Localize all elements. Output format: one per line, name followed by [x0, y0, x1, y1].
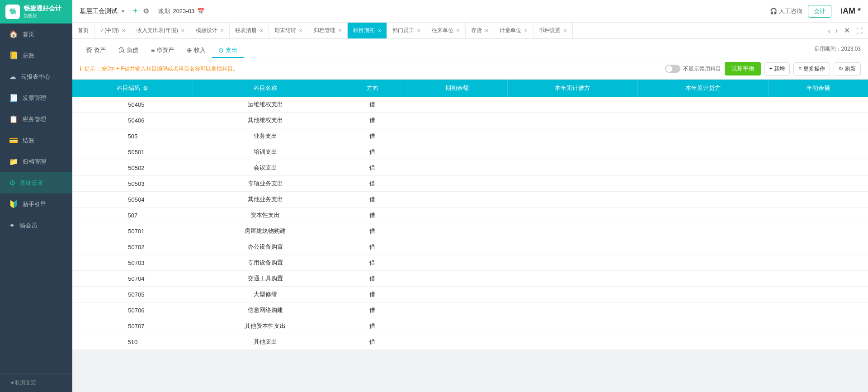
tab-close-subject_init[interactable]: ✕ — [377, 28, 381, 33]
add-button[interactable]: + 新增 — [764, 62, 790, 76]
table-row[interactable]: 50502 会议支出 借 — [72, 160, 868, 176]
tab-clients[interactable]: 往来单位✕ — [426, 23, 466, 39]
sidebar-item-member[interactable]: ✦ 畅会员 — [0, 215, 72, 236]
tab-prev-button[interactable]: ‹ — [826, 26, 832, 35]
calendar-icon[interactable]: 📅 — [197, 8, 204, 14]
sidebar-item-home[interactable]: 🏠 首页 — [0, 24, 72, 45]
sidebar-label-ledger: 总账 — [23, 52, 34, 60]
subtab-net_asset[interactable]: ≡ 净资产 — [145, 43, 180, 58]
sidebar-item-ledger[interactable]: 📒 总账 — [0, 45, 72, 66]
tab-subject_init[interactable]: 科目期初✕ — [348, 23, 387, 39]
tab-close-template[interactable]: ✕ — [220, 28, 224, 33]
cell-year-opening-13 — [769, 302, 868, 318]
tab-taxclear[interactable]: 税表清册✕ — [230, 23, 269, 39]
tab-close-period[interactable]: ✕ — [122, 28, 125, 33]
sidebar-item-report[interactable]: ☁ 云报表中心 — [0, 66, 72, 87]
main-area: 基层工会测试 ▼ + ⚙ 账期 2023-03 📅 🎧 人工咨询 会计 iAM … — [72, 0, 868, 392]
cell-ytd-credit-8 — [638, 223, 769, 239]
sidebar-collapse-btn[interactable]: ◄取消固定 — [0, 373, 72, 392]
tab-dept[interactable]: 部门员工✕ — [387, 23, 426, 39]
tab-currency[interactable]: 币种设置✕ — [533, 23, 573, 39]
account-button[interactable]: 会计 — [808, 5, 831, 18]
cell-opening-1 — [407, 113, 507, 128]
cell-name-0: 运维维权支出 — [193, 97, 338, 113]
cell-ytd-credit-9 — [638, 239, 769, 255]
table-row[interactable]: 50705 大型修缮 借 — [72, 287, 868, 302]
disable-toggle[interactable]: 不显示禁用科目 — [665, 65, 721, 73]
calc-balance-button[interactable]: 试算平衡 — [725, 62, 761, 76]
cell-ytd-credit-15 — [638, 334, 769, 350]
sidebar-item-archive[interactable]: 📁 归档管理 — [0, 151, 72, 172]
tab-income[interactable]: 收入支出表(年报)✕ — [131, 23, 190, 39]
org-settings-icon[interactable]: ⚙ — [143, 7, 149, 15]
table-row[interactable]: 50703 专用设备购置 借 — [72, 255, 868, 271]
col-opening: 期初余额 — [407, 80, 507, 97]
cell-dir-6: 借 — [338, 192, 407, 208]
add-org-button[interactable]: + — [133, 6, 138, 16]
table-row[interactable]: 50501 培训支出 借 — [72, 144, 868, 160]
sidebar-item-guide[interactable]: 🔰 新手引导 — [0, 194, 72, 215]
tab-template[interactable]: 模版设计✕ — [190, 23, 230, 39]
toolbar: ℹ 提示：按Ctrl + F键并输入科目编码或者科目名称可以查找科目。 不显示禁… — [72, 58, 868, 80]
tab-home[interactable]: 首页 — [72, 23, 94, 39]
cell-ytd-credit-13 — [638, 302, 769, 318]
toggle-control[interactable] — [665, 65, 680, 73]
tab-close-dept[interactable]: ✕ — [417, 28, 420, 33]
cell-year-opening-11 — [769, 271, 868, 287]
cell-opening-5 — [407, 176, 507, 192]
tab-close-currency[interactable]: ✕ — [563, 28, 567, 33]
cell-opening-15 — [407, 334, 507, 350]
table-row[interactable]: 510 其他支出 借 — [72, 334, 868, 350]
tab-unit[interactable]: 计量单位✕ — [494, 23, 533, 39]
subtab-liability[interactable]: 负 负债 — [112, 43, 145, 58]
org-selector[interactable]: 基层工会测试 ▼ — [80, 7, 126, 15]
refresh-button[interactable]: ↻ 刷新 — [834, 62, 861, 76]
table-row[interactable]: 50706 信息网络购建 借 — [72, 302, 868, 318]
tab-next-button[interactable]: › — [834, 26, 840, 35]
cell-ytd-debit-11 — [507, 271, 638, 287]
sidebar-item-checkout[interactable]: 💳 结账 — [0, 130, 72, 151]
tab-label-filecenter: 归档管理 — [314, 27, 335, 34]
cell-ytd-debit-4 — [507, 160, 638, 176]
tab-close-taxclear[interactable]: ✕ — [259, 28, 263, 33]
subtab-icon-net_asset: ≡ — [151, 47, 155, 54]
table-row[interactable]: 50504 其他业务支出 借 — [72, 192, 868, 208]
close-all-tabs-button[interactable]: ✕ — [841, 25, 853, 36]
period-value: 2023-03 — [173, 8, 194, 14]
topbar: 基层工会测试 ▼ + ⚙ 账期 2023-03 📅 🎧 人工咨询 会计 iAM … — [72, 0, 868, 23]
tab-close-filecenter[interactable]: ✕ — [338, 28, 342, 33]
table-row[interactable]: 507 资本性支出 借 — [72, 208, 868, 223]
tab-close-income[interactable]: ✕ — [181, 28, 184, 33]
table-row[interactable]: 505 业务支出 借 — [72, 128, 868, 144]
tab-close-unit[interactable]: ✕ — [524, 28, 528, 33]
cell-dir-12: 借 — [338, 287, 407, 302]
table-row[interactable]: 50701 房屋建筑物购建 借 — [72, 223, 868, 239]
subtab-expense[interactable]: ⊙ 支出 — [212, 43, 244, 58]
cell-year-opening-5 — [769, 176, 868, 192]
tab-filecenter[interactable]: 归档管理✕ — [308, 23, 348, 39]
expand-button[interactable]: ⛶ — [854, 26, 864, 35]
table-row[interactable]: 50503 专项业务支出 借 — [72, 176, 868, 192]
table-row[interactable]: 50704 交通工具购置 借 — [72, 271, 868, 287]
more-actions-button[interactable]: ≡ 更多操作 — [793, 62, 830, 76]
tab-yearend[interactable]: 期末结转✕ — [269, 23, 308, 39]
sidebar-item-tax[interactable]: 📋 税务管理 — [0, 109, 72, 130]
table-row[interactable]: 50406 其他维权支出 借 — [72, 113, 868, 128]
subtab-asset[interactable]: 资 资产 — [80, 43, 112, 58]
table-row[interactable]: 50707 其他资本性支出 借 — [72, 318, 868, 334]
tab-close-clients[interactable]: ✕ — [456, 28, 460, 33]
sidebar-item-settings[interactable]: ⚙ 基础设置 — [0, 172, 72, 194]
sidebar-item-invoice[interactable]: 🧾 发票管理 — [0, 87, 72, 109]
tab-close-stock[interactable]: ✕ — [485, 28, 488, 33]
table-row[interactable]: 50702 办公设备购置 借 — [72, 239, 868, 255]
tab-stock[interactable]: 存货✕ — [466, 23, 494, 39]
tab-period[interactable]: ✓(中期)✕ — [94, 23, 131, 39]
content-area: 资 资产 负 负债 ≡ 净资产 ⊕ 收入 ⊙ 支出 启用期间：2023.03 ℹ… — [72, 39, 868, 392]
cell-year-opening-3 — [769, 144, 868, 160]
subtab-income2[interactable]: ⊕ 收入 — [180, 43, 212, 58]
tab-close-yearend[interactable]: ✕ — [299, 28, 302, 33]
sidebar-logo[interactable]: 畅 畅捷通好会计 旗舰版 — [0, 0, 72, 24]
table-row[interactable]: 50405 运维维权支出 借 — [72, 97, 868, 113]
help-button[interactable]: 🎧 人工咨询 — [770, 7, 802, 15]
column-settings-icon[interactable]: ⚙ — [143, 85, 148, 92]
